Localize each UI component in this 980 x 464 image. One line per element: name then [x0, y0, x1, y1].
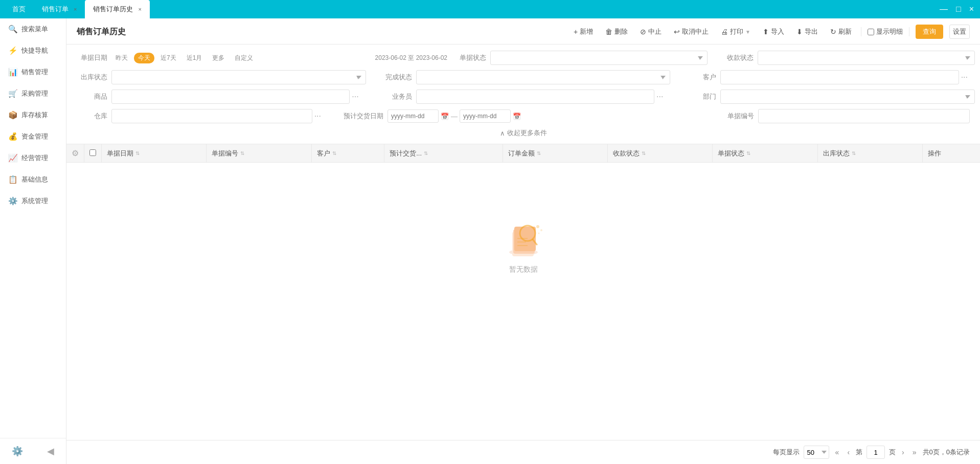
- th-action-label: 操作: [928, 149, 941, 157]
- warehouse-status-field: 出库状态 ▼: [77, 70, 361, 84]
- th-customer-label: 客户: [317, 149, 330, 158]
- sidebar-item-basic-info-label: 基础信息: [21, 175, 48, 184]
- expected-date-from[interactable]: [388, 109, 439, 123]
- customer-ellipsis[interactable]: ···: [959, 73, 970, 82]
- th-order-no-sort[interactable]: 单据编号 ⇅: [212, 149, 306, 158]
- date-chip-yesterday[interactable]: 昨天: [111, 53, 132, 63]
- sidebar-item-sales-mgmt[interactable]: 📊 销售管理: [0, 61, 66, 83]
- new-button[interactable]: + 新增: [571, 25, 596, 38]
- last-page-button[interactable]: »: [910, 447, 919, 457]
- delete-label: 删除: [614, 27, 628, 36]
- delete-button[interactable]: 🗑 删除: [602, 25, 631, 38]
- expected-date-label: 预计交货日期: [344, 112, 383, 121]
- th-order-status-sort[interactable]: 单据状态 ⇅: [718, 149, 812, 158]
- tab-sales-order[interactable]: 销售订单 ×: [34, 0, 85, 18]
- close-button[interactable]: ×: [967, 3, 976, 16]
- sidebar-item-inventory-check[interactable]: 📦 库存核算: [0, 104, 66, 126]
- th-warehouse-status-sort[interactable]: 出库状态 ⇅: [823, 149, 917, 158]
- th-expected-date-sort[interactable]: 预计交货... ⇅: [390, 149, 497, 158]
- date-label: 单据日期: [77, 53, 107, 62]
- table-header-row: ⚙ 单据日期 ⇅ 单据编号: [66, 144, 980, 163]
- cancel-stop-button[interactable]: ↩ 取消中止: [671, 25, 712, 38]
- order-status-select[interactable]: [490, 51, 708, 65]
- salesperson-ellipsis[interactable]: ···: [654, 92, 665, 101]
- refresh-button[interactable]: ↻ 刷新: [827, 25, 855, 38]
- date-chip-more[interactable]: 更多: [208, 53, 229, 63]
- date-chip-today[interactable]: 今天: [134, 53, 154, 63]
- sidebar-item-operations-mgmt-label: 经营管理: [21, 153, 48, 163]
- sidebar-settings-icon[interactable]: ⚙️: [9, 443, 26, 460]
- sidebar-item-finance-mgmt[interactable]: 💰 资金管理: [0, 126, 66, 147]
- calendar-icon-to[interactable]: 📅: [513, 113, 521, 120]
- sidebar-item-system-mgmt[interactable]: ⚙️ 系统管理: [0, 190, 66, 212]
- prev-page-button[interactable]: ‹: [845, 447, 852, 457]
- th-checkbox: [84, 144, 102, 163]
- complete-status-select[interactable]: [416, 70, 671, 84]
- maximize-button[interactable]: □: [954, 3, 963, 16]
- date-chip-7days[interactable]: 近7天: [156, 53, 180, 63]
- print-button[interactable]: 🖨 打印 ▼: [718, 25, 754, 38]
- salesperson-input[interactable]: [416, 90, 654, 104]
- salesperson-label: 业务员: [381, 92, 412, 101]
- query-button[interactable]: 查询: [916, 25, 943, 39]
- warehouse-status-select[interactable]: [111, 70, 366, 84]
- th-customer-sort[interactable]: 客户 ⇅: [317, 149, 379, 158]
- tab-sales-order-close[interactable]: ×: [74, 6, 77, 12]
- first-page-button[interactable]: «: [833, 447, 841, 457]
- sidebar-item-search-menu[interactable]: 🔍 搜索菜单: [0, 18, 66, 40]
- tab-sales-order-history-close[interactable]: ×: [138, 6, 141, 12]
- th-amount-sort[interactable]: 订单金额 ⇅: [508, 149, 602, 158]
- th-date-sort[interactable]: 单据日期 ⇅: [107, 149, 201, 158]
- settings-button[interactable]: 设置: [949, 25, 970, 39]
- product-ellipsis[interactable]: ···: [350, 92, 360, 101]
- department-select[interactable]: [720, 90, 975, 104]
- table-settings-icon[interactable]: ⚙: [72, 149, 79, 158]
- next-page-button[interactable]: ›: [900, 447, 906, 457]
- warehouse-ellipsis[interactable]: ···: [312, 112, 323, 121]
- stop-button[interactable]: ⊘ 中止: [637, 25, 665, 38]
- import-button[interactable]: ⬆ 导入: [760, 25, 787, 38]
- sidebar-collapse-icon[interactable]: ◀: [44, 443, 57, 460]
- per-page-select[interactable]: 50 10 20 100: [804, 446, 829, 459]
- date-from-display: 2023-06-02: [375, 54, 406, 61]
- warehouse-field: 仓库 ···: [77, 109, 323, 123]
- minimize-button[interactable]: —: [938, 3, 950, 16]
- date-chip-custom[interactable]: 自定义: [231, 53, 257, 63]
- select-all-checkbox[interactable]: [89, 149, 96, 156]
- collapse-label: 收起更多条件: [507, 128, 547, 138]
- sidebar-item-purchase-mgmt-label: 采购管理: [21, 89, 48, 98]
- department-field: 部门 ▼: [686, 90, 970, 104]
- tab-sales-order-history[interactable]: 销售订单历史 ×: [85, 0, 149, 18]
- sidebar-item-basic-info[interactable]: 📋 基础信息: [0, 169, 66, 190]
- cancel-stop-icon: ↩: [674, 28, 680, 36]
- th-receipt-status-sort-icon: ⇅: [642, 150, 646, 156]
- sidebar-item-purchase-mgmt[interactable]: 🛒 采购管理: [0, 83, 66, 104]
- order-no-input[interactable]: [758, 109, 970, 123]
- order-status-label: 单据状态: [455, 53, 486, 62]
- sidebar-bottom: ⚙️ ◀: [0, 438, 66, 464]
- warehouse-input[interactable]: [111, 109, 312, 123]
- show-detail-checkbox[interactable]: [868, 29, 874, 35]
- page-number-input[interactable]: [867, 446, 885, 459]
- receipt-status-select[interactable]: [758, 51, 975, 65]
- th-expected-date-label: 预计交货...: [390, 149, 422, 158]
- sidebar-item-operations-mgmt[interactable]: 📈 经营管理: [0, 147, 66, 169]
- customer-label: 客户: [686, 73, 716, 82]
- customer-input[interactable]: [720, 70, 959, 84]
- product-input[interactable]: [111, 90, 350, 104]
- tab-home[interactable]: 首页: [4, 0, 34, 18]
- table-footer: 每页显示 50 10 20 100 « ‹ 第 页 › » 共0页，0条记录: [66, 440, 980, 464]
- sidebar-item-quick-nav[interactable]: ⚡ 快捷导航: [0, 40, 66, 61]
- th-receipt-status-sort[interactable]: 收款状态 ⇅: [613, 149, 707, 158]
- sidebar-item-search-menu-label: 搜索菜单: [21, 25, 48, 34]
- date-chip-1month[interactable]: 近1月: [183, 53, 207, 63]
- system-mgmt-icon: ⚙️: [8, 196, 17, 206]
- calendar-icon-from[interactable]: 📅: [441, 113, 449, 120]
- collapse-more-btn[interactable]: ∧ 收起更多条件: [500, 128, 547, 138]
- show-detail-label: 显示明细: [876, 27, 903, 36]
- show-detail-toggle[interactable]: 显示明细: [868, 27, 903, 36]
- export-button[interactable]: ⬇ 导出: [793, 25, 821, 38]
- receipt-status-field: 收款状态 ▼: [723, 51, 970, 65]
- toolbar: + 新增 🗑 删除 ⊘ 中止 ↩ 取消中止: [571, 25, 970, 39]
- expected-date-to[interactable]: [460, 109, 511, 123]
